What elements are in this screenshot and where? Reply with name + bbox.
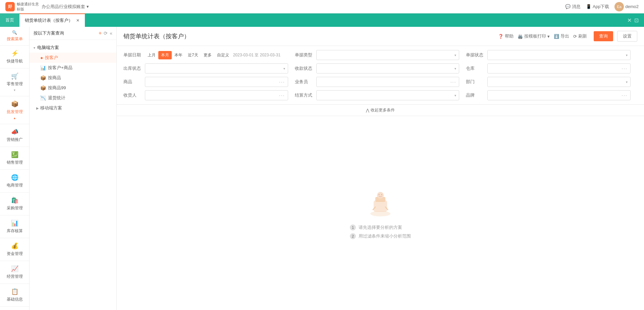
export-icon: ⬇️ — [554, 34, 559, 39]
sidebar-item-purchase-mgmt[interactable]: 🛍️ 采购管理 — [0, 193, 29, 215]
logo-area: 好 畅捷通好生意 标版 — [5, 2, 39, 11]
date-btn-this-month[interactable]: 本月 — [158, 51, 172, 59]
export-btn[interactable]: ⬇️ 导出 — [554, 33, 569, 39]
header-right: 💬 消息 📱 App下载 Ea demo2 — [565, 2, 639, 11]
tab-close-btn[interactable]: ✕ — [76, 18, 79, 23]
filter-out-status: 出库状态 ▾ — [123, 63, 295, 73]
tree-item-return-stats-label: 退货统计 — [48, 95, 65, 101]
empty-hints: 1 请先选择要分析的方案 2 用过滤条件来缩小分析范围 — [350, 224, 411, 239]
tree-item-by-customer[interactable]: ● 按客户 — [30, 53, 116, 63]
tree-item-by-customer-goods[interactable]: 📊 按客户+商品 — [30, 63, 116, 73]
brand-label: 品牌 — [466, 92, 485, 98]
sidebar-item-ecommerce-mgmt[interactable]: 🌐 电商管理 — [0, 170, 29, 193]
tab-close-window-btn[interactable]: ✕ — [627, 17, 632, 23]
sidebar-item-operation-mgmt[interactable]: 📈 经营管理 — [0, 261, 29, 284]
sidebar-item-system-mgmt[interactable]: ⚙️ 系统管理 — [0, 307, 29, 310]
svg-point-5 — [381, 194, 382, 195]
scheme-refresh-btn[interactable]: ⟳ — [104, 31, 108, 36]
sidebar: 🔍 搜索菜单 ⚡ 快捷导航 🛒 零售管理 ▾ 📦 批发管理 ▴ 📣 营销推广 💹… — [0, 27, 30, 310]
scheme-collapse-btn[interactable]: « — [110, 31, 112, 36]
warehouse-label: 仓库 — [466, 65, 485, 71]
warehouse-input[interactable]: ··· — [487, 63, 631, 73]
date-btn-more[interactable]: 更多 — [201, 51, 214, 59]
tree-item-by-goods[interactable]: 📦 按商品 — [30, 73, 116, 83]
tree-group-mobile-header[interactable]: ▶ 移动端方案 — [30, 103, 116, 113]
scheme-tree: ▾ 电脑端方案 ● 按客户 📊 按客户+商品 📦 按商品 — [30, 40, 116, 310]
out-status-select[interactable]: ▾ — [145, 63, 288, 73]
svg-rect-1 — [374, 200, 387, 212]
tree-item-by-goods-99[interactable]: 📦 按商品99 — [30, 83, 116, 93]
out-status-chevron-icon: ▾ — [283, 67, 285, 70]
chevron-down-icon: ▾ — [14, 88, 15, 92]
tree-group-desktop-header[interactable]: ▾ 电脑端方案 — [30, 43, 116, 53]
date-filter-buttons: 上月 本月 本年 近7天 更多 自定义 2023-03-01 至 2023-03… — [145, 51, 288, 59]
filter-row-4: 收货人 ··· 结算方式 ▾ 品牌 — [123, 90, 637, 100]
query-btn[interactable]: 查询 — [594, 31, 613, 41]
user-area[interactable]: Ea demo2 — [614, 2, 639, 11]
tab-maximize-btn[interactable]: ⊡ — [634, 17, 639, 23]
scheme-header: 按以下方案查询 + ⟳ « — [30, 27, 116, 40]
goods-99-icon: 📦 — [40, 85, 46, 91]
chevron-up-icon: ▴ — [14, 116, 15, 120]
salesperson-dots-icon: ··· — [450, 79, 457, 85]
sidebar-item-search-menu[interactable]: 🔍 搜索菜单 — [0, 27, 29, 46]
collect-status-label: 收款状态 — [295, 65, 314, 71]
tree-group-desktop-label: 电脑端方案 — [37, 45, 59, 51]
refresh-btn[interactable]: ⟳ 刷新 — [573, 33, 587, 39]
date-range-display: 2023-03-01 至 2023-03-31 — [233, 52, 280, 58]
filter-warehouse: 仓库 ··· — [466, 63, 637, 73]
sidebar-item-sales-mgmt[interactable]: 💹 销售管理 — [0, 147, 29, 170]
salesperson-label: 业务员 — [295, 79, 314, 85]
filter-date: 单据日期 上月 本月 本年 近7天 更多 自定义 2023-03-01 至 20… — [123, 51, 295, 59]
collapse-bar[interactable]: ⋀ 收起更多条件 — [117, 105, 644, 116]
goods-input[interactable]: ··· — [145, 77, 288, 87]
dept-select[interactable]: ▾ — [487, 77, 631, 87]
setting-btn[interactable]: 设置 — [617, 31, 637, 42]
scheme-add-btn[interactable]: + — [99, 30, 102, 36]
date-btn-custom[interactable]: 自定义 — [214, 51, 232, 59]
doc-status-select[interactable]: ▾ — [487, 50, 631, 60]
sidebar-item-basic-info[interactable]: 📋 基础信息 — [0, 284, 29, 307]
basic-info-icon: 📋 — [11, 288, 18, 295]
logo-icon: 好 — [5, 2, 15, 11]
svg-point-4 — [379, 194, 380, 195]
sidebar-item-inventory-check[interactable]: 📊 库存核算 — [0, 215, 29, 238]
salesperson-input[interactable]: ··· — [316, 77, 460, 87]
sidebar-item-wholesale-mgmt[interactable]: 📦 批发管理 ▴ — [0, 96, 29, 124]
help-btn[interactable]: ❓ 帮助 — [498, 33, 514, 39]
retail-mgmt-icon: 🛒 — [11, 72, 18, 80]
goods-icon: 📦 — [40, 75, 46, 81]
tree-item-by-goods-99-label: 按商品99 — [48, 85, 66, 91]
filter-doc-type: 单据类型 ▾ — [295, 50, 466, 60]
tree-arrow-desktop: ▾ — [34, 46, 35, 50]
tree-item-return-stats[interactable]: 📉 退货统计 — [30, 93, 116, 103]
receiver-input[interactable]: ··· — [145, 90, 288, 100]
industry-selector[interactable]: 办公用品行业模拟账套 ▾ — [42, 4, 89, 10]
date-label: 单据日期 — [123, 52, 142, 58]
template-print-btn[interactable]: 🖨️ 按模板打印 ▾ — [518, 33, 550, 39]
out-status-label: 出库状态 — [123, 65, 142, 71]
message-btn[interactable]: 💬 消息 — [565, 4, 581, 10]
sidebar-item-finance-mgmt[interactable]: 💰 资金管理 — [0, 238, 29, 261]
brand-input[interactable]: ··· — [487, 90, 631, 100]
date-btn-this-year[interactable]: 本年 — [172, 51, 185, 59]
app-download-btn[interactable]: 📱 App下载 — [586, 4, 609, 10]
filter-brand: 品牌 ··· — [466, 90, 637, 100]
filter-receiver: 收货人 ··· — [123, 90, 295, 100]
collapse-up-icon: ⋀ — [366, 108, 369, 113]
doc-type-select[interactable]: ▾ — [316, 50, 460, 60]
collect-status-select[interactable]: ▾ — [316, 63, 460, 73]
receiver-label: 收货人 — [123, 92, 142, 98]
settle-method-select[interactable]: ▾ — [316, 90, 460, 100]
empty-hint-1: 1 请先选择要分析的方案 — [350, 224, 411, 230]
date-btn-last-month[interactable]: 上月 — [145, 51, 158, 59]
date-btn-last-7-days[interactable]: 近7天 — [185, 51, 201, 59]
tab-home[interactable]: 首页 — [0, 13, 19, 27]
main-layout: 🔍 搜索菜单 ⚡ 快捷导航 🛒 零售管理 ▾ 📦 批发管理 ▴ 📣 营销推广 💹… — [0, 27, 644, 310]
tab-sales-stats[interactable]: 销货单统计表（按客户） ✕ — [19, 13, 85, 27]
sidebar-item-marketing[interactable]: 📣 营销推广 — [0, 124, 29, 147]
empty-illustration — [364, 187, 397, 220]
sidebar-item-quick-nav[interactable]: ⚡ 快捷导航 — [0, 46, 29, 68]
scheme-actions: + ⟳ « — [99, 30, 112, 36]
sidebar-item-retail-mgmt[interactable]: 🛒 零售管理 ▾ — [0, 68, 29, 96]
